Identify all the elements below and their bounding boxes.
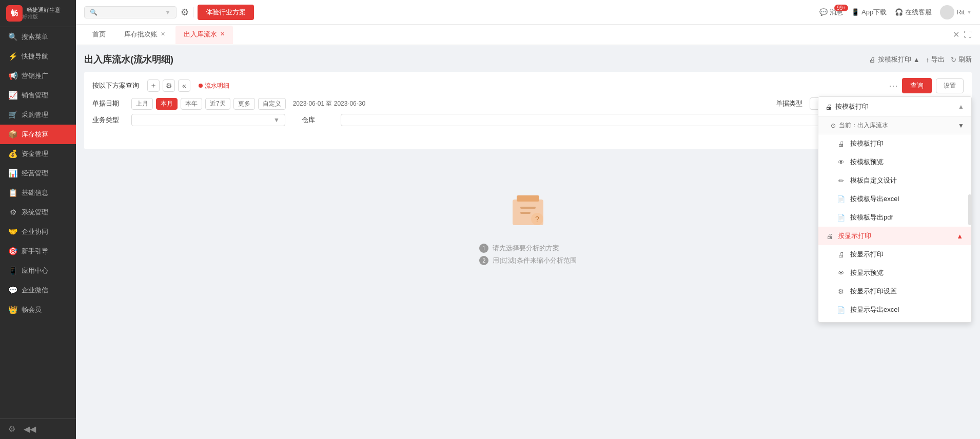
- dropdown-template-print-label: 按模板打印: [850, 139, 884, 148]
- sidebar-item-label: 系统管理: [22, 208, 48, 217]
- window-close-button[interactable]: ✕: [953, 30, 959, 39]
- sidebar-item-search[interactable]: 🔍 搜索菜单: [0, 27, 76, 47]
- date-btn-this-year[interactable]: 本年: [181, 98, 202, 110]
- printer-icon: 🖨: [837, 139, 845, 148]
- sidebar-item-basic[interactable]: 📋 基础信息: [0, 183, 76, 203]
- content-area: 出入库流水(流水明细) 🖨 按模板打印 ▲ ↑ 导出 ↻ 刷新: [76, 45, 980, 439]
- sidebar-item-operation[interactable]: 📊 经营管理: [0, 164, 76, 183]
- sidebar-item-shortcut[interactable]: ⚡ 快捷导航: [0, 47, 76, 66]
- step-text-1: 请先选择要分析的方案: [493, 244, 559, 253]
- svg-text:?: ?: [535, 215, 539, 223]
- tab-flow-close[interactable]: ✕: [220, 31, 225, 37]
- sidebar-item-purchase[interactable]: 🛒 采购管理: [0, 105, 76, 125]
- settings-button[interactable]: 设置: [936, 78, 964, 93]
- date-btn-this-month[interactable]: 本月: [156, 98, 178, 110]
- finance-icon: 💰: [8, 149, 17, 158]
- main-area: 🔍 ▼ ⚙ 体验行业方案 💬 消息 99+ 📱 App下载 🎧 在线客服 R: [76, 0, 980, 439]
- settings-gear-icon[interactable]: ⚙: [181, 7, 189, 18]
- sidebar-menu: 🔍 搜索菜单 ⚡ 快捷导航 📢 营销推广 📈 销售管理 🛒 采购管理 📦 库存核…: [0, 27, 76, 418]
- user-avatar-area[interactable]: Rit ▼: [940, 5, 972, 19]
- sidebar-item-finance[interactable]: 💰 资金管理: [0, 144, 76, 164]
- sidebar-item-member[interactable]: 👑 畅会员: [0, 300, 76, 320]
- svg-rect-3: [520, 212, 531, 214]
- settings-filter-button[interactable]: ⚙: [163, 79, 175, 92]
- collapse-filter-button[interactable]: «: [178, 79, 190, 92]
- topbar-search-box[interactable]: 🔍 ▼: [84, 6, 177, 18]
- topbar-right: 💬 消息 99+ 📱 App下载 🎧 在线客服 Rit ▼: [819, 5, 972, 19]
- dropdown-template-print[interactable]: 🖨 按模板打印: [818, 134, 971, 153]
- dropdown-template-excel-label: 按模板导出excel: [850, 194, 899, 204]
- sidebar-item-wechat[interactable]: 💬 企业微信: [0, 281, 76, 300]
- current-label: 当前：出入库流水: [839, 121, 888, 130]
- sidebar-item-system[interactable]: ⚙ 系统管理: [0, 203, 76, 222]
- sidebar-item-guide[interactable]: 🎯 新手引导: [0, 242, 76, 261]
- operation-icon: 📊: [8, 169, 17, 178]
- sidebar-item-inventory[interactable]: 📦 库存核算: [0, 125, 76, 144]
- service-button[interactable]: 🎧 在线客服: [895, 8, 932, 17]
- sidebar-item-label: 企业协同: [22, 227, 48, 236]
- dropdown-display-preview[interactable]: 👁 按显示预览: [818, 264, 971, 282]
- dropdown-display-print-settings[interactable]: ⚙ 按显示打印设置: [818, 282, 971, 301]
- dropdown-template-export-pdf[interactable]: 📄 按模板导出pdf: [818, 208, 971, 227]
- dropdown-template-pdf-label: 按模板导出pdf: [850, 213, 893, 222]
- collapse-icon[interactable]: ◀◀: [24, 424, 36, 434]
- dropdown-display-print-section[interactable]: 🖨 按显示打印 ▲: [818, 227, 971, 245]
- tab-flow-label: 出入库流水: [184, 30, 217, 39]
- date-label: 单据日期: [92, 99, 123, 108]
- date-filters: 上月 本月 本年 近7天 更多 自定义 2023-06-01 至 2023-06…: [131, 98, 768, 110]
- trial-button[interactable]: 体验行业方案: [198, 5, 254, 20]
- business-type-select[interactable]: ▼: [131, 114, 285, 126]
- date-btn-custom[interactable]: 自定义: [258, 98, 286, 110]
- tab-batch[interactable]: 库存批次账 ✕: [116, 26, 173, 44]
- enterprise-icon: 🤝: [8, 227, 17, 236]
- sidebar-item-enterprise[interactable]: 🤝 企业协同: [0, 222, 76, 242]
- tab-flow[interactable]: 出入库流水 ✕: [175, 26, 233, 44]
- add-filter-button[interactable]: ＋: [147, 79, 160, 92]
- dropdown-template-customize-label: 模板自定义设计: [850, 176, 897, 185]
- tab-home[interactable]: 首页: [84, 26, 114, 44]
- settings-icon[interactable]: ⚙: [8, 424, 15, 434]
- sidebar-item-marketing[interactable]: 📢 营销推广: [0, 66, 76, 86]
- empty-step-2: 2 用[过滤]条件来缩小分析范围: [479, 256, 576, 265]
- dropdown-display-print[interactable]: 🖨 按显示打印: [818, 245, 971, 264]
- dropdown-display-preview-label: 按显示预览: [850, 268, 884, 277]
- date-btn-recent7[interactable]: 近7天: [205, 98, 230, 110]
- window-expand-button[interactable]: ⛶: [964, 30, 972, 39]
- dropdown-template-customize[interactable]: ✏ 模板自定义设计: [818, 171, 971, 190]
- template-print-label: 按模板打印: [878, 55, 911, 64]
- query-button[interactable]: 查询: [902, 78, 932, 93]
- app-label: App下载: [861, 8, 887, 17]
- app-download-button[interactable]: 📱 App下载: [851, 8, 887, 17]
- business-type-label: 业务类型: [92, 115, 123, 125]
- refresh-button[interactable]: ↻ 刷新: [951, 55, 972, 64]
- submenu-tag-item[interactable]: 流水明细: [199, 82, 229, 90]
- dropdown-display-export-pdf[interactable]: 📄 按显示导出pdf: [818, 319, 971, 322]
- dropdown-collapse-arrow[interactable]: ▲: [958, 103, 964, 110]
- settings-icon: ⚙: [837, 287, 845, 295]
- dropdown-template-preview-label: 按模板预览: [850, 157, 884, 167]
- sidebar-item-label: 资金管理: [22, 149, 48, 158]
- date-btn-more[interactable]: 更多: [233, 98, 255, 110]
- template-print-button[interactable]: 🖨 按模板打印 ▲: [869, 55, 920, 64]
- page-header: 出入库流水(流水明细) 🖨 按模板打印 ▲ ↑ 导出 ↻ 刷新: [84, 53, 972, 66]
- export-label: 导出: [931, 55, 945, 64]
- submenu-filter: 流水明细: [199, 78, 229, 93]
- submenu-tag-label: 流水明细: [205, 82, 229, 90]
- date-btn-last-month[interactable]: 上月: [131, 98, 153, 110]
- sidebar-item-appstore[interactable]: 📱 应用中心: [0, 261, 76, 281]
- dropdown-display-export-excel[interactable]: 📄 按显示导出excel: [818, 301, 971, 319]
- message-icon: 💬: [819, 8, 828, 16]
- dropdown-template-preview[interactable]: 👁 按模板预览: [818, 153, 971, 171]
- sidebar-item-label: 库存核算: [22, 130, 48, 139]
- sidebar-item-label: 基础信息: [22, 188, 48, 197]
- tab-batch-label: 库存批次账: [124, 30, 158, 39]
- sidebar-item-sales[interactable]: 📈 销售管理: [0, 86, 76, 105]
- tab-batch-close[interactable]: ✕: [161, 31, 165, 37]
- more-options-icon[interactable]: ⋯: [889, 80, 898, 91]
- pdf-icon: 📄: [837, 213, 845, 222]
- chevron-up-icon: ▲: [913, 56, 920, 64]
- dropdown-template-export-excel[interactable]: 📄 按模板导出excel: [818, 190, 971, 208]
- export-button[interactable]: ↑ 导出: [926, 55, 945, 64]
- message-button[interactable]: 💬 消息 99+: [819, 8, 843, 17]
- sidebar-footer: ⚙ ◀◀: [0, 418, 76, 439]
